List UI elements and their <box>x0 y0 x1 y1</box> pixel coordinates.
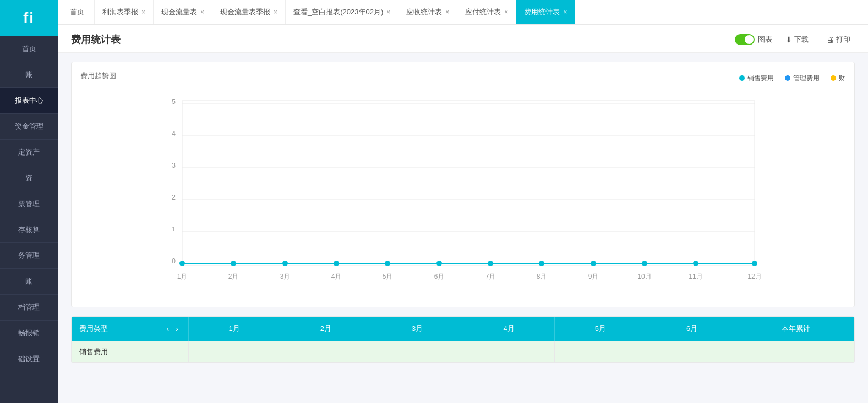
sidebar-item-report-center[interactable]: 报表中心 <box>0 88 58 114</box>
td-type-sales: 销售费用 <box>72 341 189 362</box>
sidebar-item-service-management[interactable]: 务管理 <box>0 243 58 269</box>
th-m5: 5月 <box>555 317 646 341</box>
chart-toggle[interactable]: 图表 <box>735 34 772 45</box>
svg-text:10月: 10月 <box>637 273 651 280</box>
legend-admin: 管理费用 <box>785 74 820 83</box>
sidebar-item-archive[interactable]: 档管理 <box>0 295 58 321</box>
th-ytd: 本年累计 <box>738 317 854 341</box>
sidebar-item-settings[interactable]: 础设置 <box>0 346 58 372</box>
tab-profit-quarterly[interactable]: 利润表季报 × <box>95 0 154 24</box>
svg-point-20 <box>539 261 544 266</box>
sidebar-item-account[interactable]: 账 <box>0 62 58 88</box>
chart-svg-wrapper: 0 1 2 3 4 5 <box>80 87 845 298</box>
chart-container: 费用趋势图 销售费用 管理费用 财 <box>71 62 855 307</box>
svg-text:8月: 8月 <box>537 273 547 280</box>
sidebar-item-investment[interactable]: 资 <box>0 165 58 191</box>
legend-dot-finance <box>831 75 836 81</box>
td-m3-sales <box>372 341 463 362</box>
legend-sales: 销售费用 <box>739 74 774 83</box>
svg-text:4月: 4月 <box>331 273 342 280</box>
tab-payable[interactable]: 应付统计表 × <box>457 0 516 24</box>
svg-point-18 <box>436 261 442 266</box>
next-arrow[interactable]: › <box>173 324 181 333</box>
td-ytd-sales <box>738 341 854 362</box>
close-tab-cashflow-quarterly[interactable]: × <box>274 8 277 16</box>
download-button[interactable]: ⬇ 下载 <box>781 32 813 47</box>
print-label: 打印 <box>836 35 850 45</box>
expense-table: 费用类型 ‹ › 1月 2月 3月 4月 5月 6月 本年累计 销售费用 <box>71 316 855 363</box>
svg-point-21 <box>591 261 596 266</box>
legend-label-admin: 管理费用 <box>793 74 820 83</box>
svg-text:1: 1 <box>172 225 176 233</box>
table-header-row: 费用类型 ‹ › 1月 2月 3月 4月 5月 6月 本年累计 <box>72 317 854 341</box>
chart-title: 费用趋势图 <box>80 71 116 81</box>
page-title: 费用统计表 <box>71 33 121 46</box>
th-m1: 1月 <box>189 317 280 341</box>
tab-home[interactable]: 首页 <box>60 0 95 24</box>
nav-arrows: ‹ › <box>165 324 181 333</box>
legend-dot-admin <box>785 75 790 81</box>
content-area: 费用趋势图 销售费用 管理费用 财 <box>58 53 868 403</box>
sidebar-item-sales[interactable]: 畅报销 <box>0 321 58 346</box>
sidebar-item-home[interactable]: 首页 <box>0 36 58 62</box>
svg-text:9月: 9月 <box>588 273 599 280</box>
sidebar: fi 首页 账 报表中心 资金管理 定资产 资 票管理 存核算 务管理 账 档管… <box>0 0 58 403</box>
tab-cashflow-quarterly[interactable]: 现金流量表季报 × <box>212 0 286 24</box>
th-m4: 4月 <box>463 317 555 341</box>
chart-toggle-label: 图表 <box>758 35 772 45</box>
sidebar-item-ticket-management[interactable]: 票管理 <box>0 191 58 217</box>
download-label: 下载 <box>794 35 809 45</box>
chart-legend: 销售费用 管理费用 财 <box>739 74 845 83</box>
svg-point-22 <box>642 261 647 266</box>
tab-expense[interactable]: 费用统计表 × <box>516 0 575 24</box>
svg-text:3月: 3月 <box>280 273 291 280</box>
sidebar-item-inventory[interactable]: 存核算 <box>0 217 58 243</box>
tab-bar: 首页 利润表季报 × 现金流量表 × 现金流量表季报 × 查看_空白报表(202… <box>58 0 868 25</box>
toggle-thumb <box>745 35 754 44</box>
svg-text:2: 2 <box>172 194 176 201</box>
tab-cashflow[interactable]: 现金流量表 × <box>154 0 212 24</box>
svg-text:6月: 6月 <box>434 273 445 280</box>
close-tab-expense[interactable]: × <box>563 8 567 16</box>
svg-text:11月: 11月 <box>689 273 702 280</box>
svg-text:0: 0 <box>172 257 176 265</box>
close-tab-payable[interactable]: × <box>504 8 508 16</box>
legend-label-sales: 销售费用 <box>747 74 774 83</box>
svg-text:1月: 1月 <box>177 273 188 280</box>
print-button[interactable]: 🖨 打印 <box>822 32 855 47</box>
th-m2: 2月 <box>280 317 372 341</box>
td-m2-sales <box>280 341 372 362</box>
legend-finance: 财 <box>831 74 845 83</box>
close-tab-receivable[interactable]: × <box>445 8 449 16</box>
sidebar-item-account2[interactable]: 账 <box>0 269 58 295</box>
main-content: 首页 利润表季报 × 现金流量表 × 现金流量表季报 × 查看_空白报表(202… <box>58 0 868 403</box>
sidebar-item-fixed-assets[interactable]: 定资产 <box>0 140 58 165</box>
svg-point-16 <box>334 261 339 266</box>
th-type: 费用类型 ‹ › <box>72 317 189 341</box>
legend-label-finance: 财 <box>839 74 845 83</box>
sidebar-logo: fi <box>0 0 58 36</box>
print-icon: 🖨 <box>826 35 834 44</box>
svg-text:7月: 7月 <box>485 273 496 280</box>
svg-point-13 <box>179 261 185 266</box>
toggle-track[interactable] <box>735 34 755 45</box>
close-tab-blank-report[interactable]: × <box>386 8 390 16</box>
td-m1-sales <box>189 341 280 362</box>
svg-point-23 <box>693 261 698 266</box>
close-tab-profit-quarterly[interactable]: × <box>141 8 145 16</box>
table-row: 销售费用 <box>72 341 854 363</box>
svg-text:5: 5 <box>172 98 176 106</box>
th-m6: 6月 <box>646 317 738 341</box>
line-chart-svg: 0 1 2 3 4 5 <box>80 87 845 296</box>
tab-blank-report[interactable]: 查看_空白报表(2023年02月) × <box>286 0 398 24</box>
tab-receivable[interactable]: 应收统计表 × <box>398 0 457 24</box>
svg-text:3: 3 <box>172 162 176 169</box>
svg-rect-12 <box>182 101 755 266</box>
sidebar-item-fund-management[interactable]: 资金管理 <box>0 114 58 140</box>
th-m3: 3月 <box>372 317 463 341</box>
td-m4-sales <box>463 341 555 362</box>
svg-text:2月: 2月 <box>228 273 239 280</box>
sidebar-scroll: 首页 账 报表中心 资金管理 定资产 资 票管理 存核算 务管理 账 档管理 畅… <box>0 36 58 403</box>
prev-arrow[interactable]: ‹ <box>165 324 172 333</box>
close-tab-cashflow[interactable]: × <box>200 8 204 16</box>
